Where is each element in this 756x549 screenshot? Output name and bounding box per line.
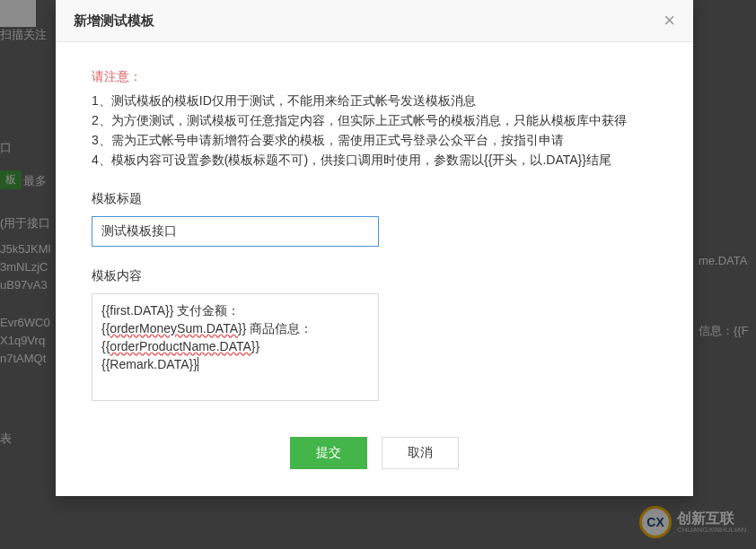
add-template-modal: 新增测试模板 × 请注意： 1、测试模板的模板ID仅用于测试，不能用来给正式帐号… [56,0,693,496]
notice-item: 3、需为正式帐号申请新增符合要求的模板，需使用正式号登录公众平台，按指引申请 [92,130,657,150]
content-token: orderMoneySum.DATA [110,321,238,336]
modal-footer: 提交 取消 [56,419,693,496]
template-title-label: 模板标题 [92,191,657,207]
template-content-input[interactable]: {{first.DATA}} 支付金额： {{orderMoneySum.DAT… [92,293,379,401]
modal-body: 请注意： 1、测试模板的模板ID仅用于测试，不能用来给正式帐号发送模板消息 2、… [56,42,693,419]
content-text: }} 商品信息： [238,321,312,336]
content-text: {{first.DATA}} 支付金额： [101,303,240,318]
content-text: }} [251,339,259,353]
notice-item: 1、测试模板的模板ID仅用于测试，不能用来给正式帐号发送模板消息 [92,91,657,110]
submit-button[interactable]: 提交 [290,437,367,469]
cancel-button[interactable]: 取消 [382,437,459,469]
modal-header: 新增测试模板 × [56,0,693,42]
close-icon[interactable]: × [664,11,675,30]
template-title-input[interactable] [92,216,379,247]
content-text: {{ [101,339,110,353]
notice-heading: 请注意： [92,69,657,85]
notice-item: 2、为方便测试，测试模板可任意指定内容，但实际上正式帐号的模板消息，只能从模板库… [92,110,657,130]
modal-title: 新增测试模板 [74,13,154,30]
content-text: {{Remark.DATA}} [101,357,198,371]
content-token: orderProductName.DATA [110,339,251,353]
notice-item: 4、模板内容可设置参数(模板标题不可)，供接口调用时使用，参数需以{{开头，以.… [92,150,657,170]
notice-list: 1、测试模板的模板ID仅用于测试，不能用来给正式帐号发送模板消息 2、为方便测试… [92,91,657,170]
content-text: {{ [101,321,110,336]
template-content-label: 模板内容 [92,268,657,284]
